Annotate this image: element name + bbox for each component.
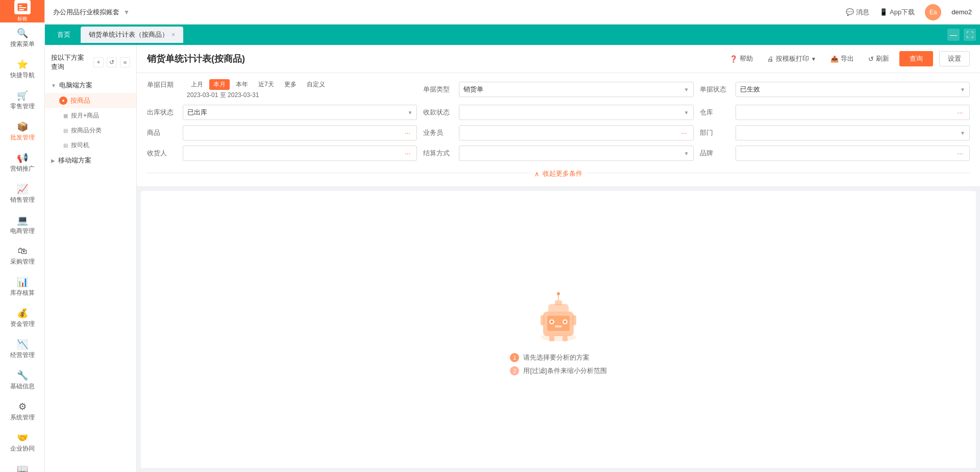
receiver-select[interactable]: ··· (183, 146, 417, 161)
sidebar-item-inventory[interactable]: 📊 库存核算 (0, 271, 45, 302)
collapse-btn[interactable]: ∧ 收起更多条件 (534, 165, 582, 180)
sidebar-label-purchase: 采购管理 (10, 258, 35, 265)
sidebar-item-ops[interactable]: 📉 经营管理 (0, 334, 45, 365)
sidebar-item-guide[interactable]: 📖 新手引导 (0, 458, 45, 472)
empty-illustration (528, 284, 589, 345)
sidebar-item-corp[interactable]: 🤝 企业协同 (0, 427, 45, 458)
refresh-btn[interactable]: ↺ 刷新 (864, 52, 893, 65)
date-tab-7days[interactable]: 近7天 (254, 79, 278, 90)
warehouse-ellipsis[interactable]: ··· (955, 108, 965, 116)
add-scheme-btn[interactable]: + (93, 57, 104, 67)
product-select[interactable]: ··· (183, 125, 417, 140)
sidebar-item-purchase[interactable]: 🛍 采购管理 (0, 241, 45, 271)
message-action[interactable]: 💬 消息 (846, 8, 869, 17)
doc-type-select[interactable]: 销货单 ▼ (459, 82, 693, 97)
empty-state: 1 请先选择要分析的方案 2 用[过滤]条件来缩小分析范围 (141, 191, 976, 468)
salesperson-ellipsis[interactable]: ··· (679, 129, 689, 137)
brand-ellipsis[interactable]: ··· (955, 149, 965, 157)
sub-label-2: 按商品分类 (71, 126, 102, 135)
scheme-item-by-product[interactable]: ● 按商品 (45, 93, 136, 108)
svg-rect-3 (19, 9, 24, 10)
filter-row-1: 单据日期 上月 本月 本年 近7天 更多 自定义 2023-03-0 (147, 79, 970, 100)
collapse-scheme-btn[interactable]: « (120, 57, 130, 67)
search-icon: 🔍 (2, 28, 43, 39)
divider-left (147, 173, 530, 173)
warehouse-status-select[interactable]: 已出库 ▼ (183, 105, 417, 120)
sidebar-item-system[interactable]: ⚙ 系统管理 (0, 396, 45, 427)
date-tab-custom[interactable]: 自定义 (303, 79, 329, 90)
date-tab-this-year[interactable]: 本年 (232, 79, 252, 90)
svg-rect-11 (555, 325, 562, 327)
tab-maximize-btn[interactable]: ⛶ (964, 29, 976, 41)
sidebar-label-ecom: 电商管理 (10, 227, 35, 234)
brand-label: 品牌 (700, 149, 736, 158)
guide-icon: 📖 (2, 463, 43, 472)
app-download-action[interactable]: 📱 App下载 (879, 8, 915, 17)
tab-minimize-btn[interactable]: — (947, 29, 960, 41)
user-avatar[interactable]: Ea (925, 4, 941, 20)
settings-button[interactable]: 设置 (939, 51, 970, 66)
svg-rect-15 (562, 336, 568, 341)
tab-home[interactable]: 首页 (49, 27, 79, 43)
warehouse-name-select[interactable]: ··· (736, 105, 970, 120)
help-btn[interactable]: ❓ 帮助 (725, 52, 757, 65)
tip-num-1: 1 (510, 353, 519, 362)
scheme-group-desktop[interactable]: ▼ 电脑端方案 (45, 78, 136, 93)
salesperson-control: ··· (459, 125, 693, 140)
product-ellipsis[interactable]: ··· (403, 129, 413, 137)
salesperson-select[interactable]: ··· (459, 125, 693, 140)
sidebar-item-basic[interactable]: 🔧 基础信息 (0, 365, 45, 396)
query-button[interactable]: 查询 (899, 51, 933, 66)
settlement-select[interactable]: ▼ (459, 146, 693, 161)
doc-status-select[interactable]: 已生效 ▼ (736, 82, 970, 97)
filter-row-2: 出库状态 已出库 ▼ 收款状态 ▼ (147, 105, 970, 120)
svg-rect-14 (549, 336, 554, 341)
tip-num-2: 2 (510, 366, 519, 375)
help-label: 帮助 (740, 54, 753, 63)
scheme-active-icon: ● (59, 97, 67, 105)
settlement-arrow: ▼ (684, 151, 689, 156)
app-logo[interactable]: 标账 (0, 0, 45, 22)
finance-icon: 💰 (2, 308, 43, 319)
tab-close-icon[interactable]: × (172, 31, 175, 38)
settlement-control: ▼ (459, 146, 693, 161)
ops-icon: 📉 (2, 339, 43, 350)
sidebar-item-search[interactable]: 🔍 搜索菜单 (0, 22, 45, 54)
tab-active[interactable]: 销货单统计计表（按商品） × (81, 27, 183, 43)
scheme-group-mobile[interactable]: ▶ 移动端方案 (45, 153, 136, 168)
doc-type-value: 销货单 (463, 85, 483, 94)
sales-icon: 📈 (2, 183, 43, 195)
doc-type-arrow: ▼ (684, 87, 689, 92)
message-label: 消息 (856, 8, 869, 17)
sidebar-item-finance[interactable]: 💰 资金管理 (0, 302, 45, 334)
scheme-sub-by-driver[interactable]: ▤ 按司机 (45, 138, 136, 153)
sidebar-item-marketing[interactable]: 📢 营销推广 (0, 147, 45, 178)
date-tab-this-month[interactable]: 本月 (209, 79, 230, 90)
template-print-btn[interactable]: 🖨 按模板打印 ▼ (763, 52, 820, 65)
sidebar-item-retail[interactable]: 🛒 零售管理 (0, 85, 45, 116)
filter-warehouse-name: 仓库 ··· (700, 105, 970, 120)
user-initial: Ea (929, 9, 937, 16)
purchase-icon: 🛍 (2, 246, 43, 256)
sidebar-item-quick-nav[interactable]: ⭐ 快捷导航 (0, 54, 45, 85)
retail-icon: 🛒 (2, 90, 43, 101)
refresh-label: 刷新 (876, 54, 889, 63)
header-dropdown-icon[interactable]: ▼ (124, 9, 130, 16)
empty-tip-2: 2 用[过滤]条件来缩小分析范围 (510, 366, 606, 375)
export-btn[interactable]: 📤 导出 (826, 52, 858, 65)
sidebar-item-sales[interactable]: 📈 销售管理 (0, 178, 45, 209)
refresh-scheme-btn[interactable]: ↺ (107, 57, 117, 67)
sidebar-item-ecom[interactable]: 💻 电商管理 (0, 209, 45, 241)
brand-select[interactable]: ··· (736, 146, 970, 161)
tip-text-2: 用[过滤]条件来缩小分析范围 (523, 366, 606, 375)
payment-status-select[interactable]: ▼ (459, 105, 693, 120)
warehouse-status-arrow: ▼ (407, 110, 412, 115)
date-tab-last-month[interactable]: 上月 (187, 79, 207, 90)
scheme-sub-by-category[interactable]: ▤ 按商品分类 (45, 123, 136, 138)
sidebar-item-wholesale[interactable]: 📦 批发管理 (0, 116, 45, 147)
svg-rect-1 (19, 5, 22, 6)
receiver-ellipsis[interactable]: ··· (403, 149, 413, 157)
scheme-sub-by-month-product[interactable]: ▦ 按月+商品 (45, 108, 136, 123)
department-select[interactable]: ▼ (736, 125, 970, 140)
date-tab-more[interactable]: 更多 (280, 79, 301, 90)
